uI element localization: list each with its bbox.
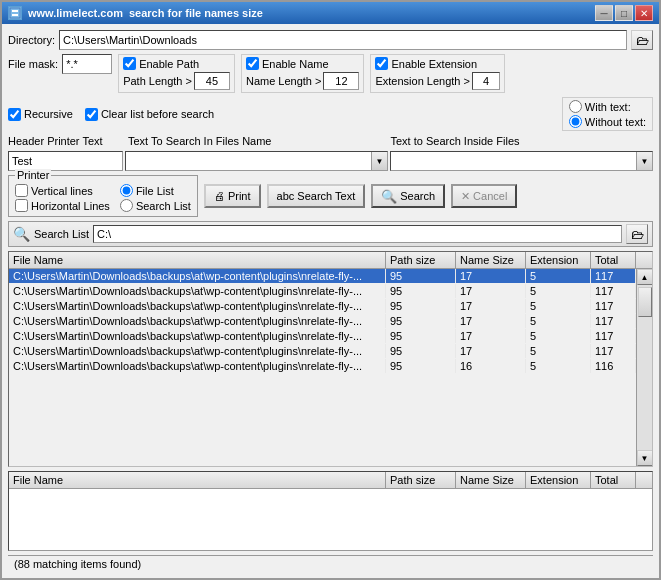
clear-list-checkbox[interactable]	[85, 108, 98, 121]
clear-list-check-row: Clear list before search	[85, 108, 214, 121]
minimize-button[interactable]: ─	[595, 5, 613, 21]
text-to-search-input[interactable]	[126, 152, 371, 170]
text-to-search-arrow[interactable]: ▼	[371, 152, 387, 170]
td-pathsize: 95	[386, 299, 456, 313]
td-total: 117	[591, 269, 636, 283]
td-namesize: 17	[456, 299, 526, 313]
enable-path-checkbox[interactable]	[123, 57, 136, 70]
cancel-label: Cancel	[473, 190, 507, 202]
vertical-lines-label: Vertical lines	[31, 185, 93, 197]
with-text-row: With text:	[569, 100, 646, 113]
search-button[interactable]: 🔍 Search	[371, 184, 445, 208]
file-list-radio[interactable]	[120, 184, 133, 197]
name-length-input[interactable]	[323, 72, 359, 90]
horizontal-lines-row: Horizontal Lines	[15, 199, 110, 212]
directory-browse-button[interactable]: 🗁	[631, 30, 653, 50]
app-icon	[8, 6, 22, 20]
enable-path-check-row: Enable Path	[123, 57, 230, 70]
close-button[interactable]: ✕	[635, 5, 653, 21]
enable-name-check-row: Enable Name	[246, 57, 360, 70]
td-total: 117	[591, 344, 636, 358]
with-text-radio[interactable]	[569, 100, 582, 113]
th-filename: File Name	[9, 252, 386, 268]
bottom-table-header: File Name Path size Name Size Extension …	[9, 472, 652, 489]
results-table-body[interactable]: C:\Users\Martin\Downloads\backups\at\wp-…	[9, 269, 636, 466]
search-list-label: Search List	[136, 200, 191, 212]
vertical-lines-checkbox[interactable]	[15, 184, 28, 197]
scroll-down-arrow[interactable]: ▼	[637, 450, 653, 466]
print-label: Print	[228, 190, 251, 202]
td-extension: 5	[526, 344, 591, 358]
without-text-radio[interactable]	[569, 115, 582, 128]
search-label: Search	[400, 190, 435, 202]
td-extension: 5	[526, 314, 591, 328]
th-namesize: Name Size	[456, 252, 526, 268]
recursive-checks: Recursive Clear list before search	[8, 108, 214, 121]
results-table-header: File Name Path size Name Size Extension …	[9, 252, 652, 269]
table-row[interactable]: C:\Users\Martin\Downloads\backups\at\wp-…	[9, 299, 636, 314]
scroll-up-arrow[interactable]: ▲	[637, 269, 653, 285]
enable-ext-checkbox[interactable]	[375, 57, 388, 70]
td-pathsize: 95	[386, 344, 456, 358]
enable-ext-group: Enable Extension Extension Length >	[370, 54, 505, 93]
td-pathsize: 95	[386, 269, 456, 283]
enable-name-checkbox[interactable]	[246, 57, 259, 70]
search-list-browse-button[interactable]: 🗁	[626, 224, 648, 244]
td-filename: C:\Users\Martin\Downloads\backups\at\wp-…	[9, 329, 386, 343]
main-content: Directory: 🗁 File mask: Enable Path Path…	[2, 24, 659, 578]
status-bar: (88 matching items found)	[8, 555, 653, 572]
search-list-path-input: C:\	[93, 225, 622, 243]
search-headers-row: Header Printer Text Text To Search In Fi…	[8, 135, 653, 147]
td-total: 117	[591, 314, 636, 328]
options-row: File mask: Enable Path Path Length > En	[8, 54, 653, 93]
table-row[interactable]: C:\Users\Martin\Downloads\backups\at\wp-…	[9, 314, 636, 329]
bth-namesize: Name Size	[456, 472, 526, 488]
search-inputs-row: ▼ ▼	[8, 151, 653, 171]
td-filename: C:\Users\Martin\Downloads\backups\at\wp-…	[9, 299, 386, 313]
file-list-radio-row: File List	[120, 184, 191, 197]
file-mask-label: File mask:	[8, 58, 58, 70]
td-total: 117	[591, 329, 636, 343]
ext-length-input[interactable]	[472, 72, 500, 90]
name-length-row: Name Length >	[246, 72, 360, 90]
search-list-radio[interactable]	[120, 199, 133, 212]
main-window: www.limelect.com search for file names s…	[0, 0, 661, 580]
with-text-group: With text: Without text:	[562, 97, 653, 131]
horizontal-lines-checkbox[interactable]	[15, 199, 28, 212]
file-mask-input[interactable]	[62, 54, 112, 74]
td-extension: 5	[526, 299, 591, 313]
path-length-input[interactable]	[194, 72, 230, 90]
table-row[interactable]: C:\Users\Martin\Downloads\backups\at\wp-…	[9, 344, 636, 359]
text-inside-arrow[interactable]: ▼	[636, 152, 652, 170]
recursive-checkbox[interactable]	[8, 108, 21, 121]
table-row[interactable]: C:\Users\Martin\Downloads\backups\at\wp-…	[9, 269, 636, 284]
enable-path-label: Enable Path	[139, 58, 199, 70]
title-bar: www.limelect.com search for file names s…	[2, 2, 659, 24]
text-inside-input[interactable]	[391, 152, 636, 170]
td-namesize: 17	[456, 344, 526, 358]
header-printer-input[interactable]	[8, 151, 123, 171]
td-extension: 5	[526, 284, 591, 298]
table-row[interactable]: C:\Users\Martin\Downloads\backups\at\wp-…	[9, 284, 636, 299]
print-button[interactable]: 🖨 Print	[204, 184, 261, 208]
enable-ext-check-row: Enable Extension	[375, 57, 500, 70]
scroll-thumb[interactable]	[638, 287, 652, 317]
directory-input[interactable]	[59, 30, 627, 50]
td-extension: 5	[526, 269, 591, 283]
td-pathsize: 95	[386, 284, 456, 298]
table-row[interactable]: C:\Users\Martin\Downloads\backups\at\wp-…	[9, 329, 636, 344]
text-inside-label: Text to Search Inside Files	[391, 135, 654, 147]
search-text-button[interactable]: abc Search Text	[267, 184, 366, 208]
td-filename: C:\Users\Martin\Downloads\backups\at\wp-…	[9, 344, 386, 358]
cancel-button[interactable]: ✕ Cancel	[451, 184, 517, 208]
results-scrollbar[interactable]: ▲ ▼	[636, 269, 652, 466]
table-row[interactable]: C:\Users\Martin\Downloads\backups\at\wp-…	[9, 359, 636, 374]
horizontal-lines-label: Horizontal Lines	[31, 200, 110, 212]
without-text-label: Without text:	[585, 116, 646, 128]
with-text-label: With text:	[585, 101, 631, 113]
maximize-button[interactable]: □	[615, 5, 633, 21]
printer-radios: File List Search List	[120, 184, 191, 212]
td-pathsize: 95	[386, 329, 456, 343]
td-filename: C:\Users\Martin\Downloads\backups\at\wp-…	[9, 284, 386, 298]
text-to-search-combo: ▼	[125, 151, 388, 171]
